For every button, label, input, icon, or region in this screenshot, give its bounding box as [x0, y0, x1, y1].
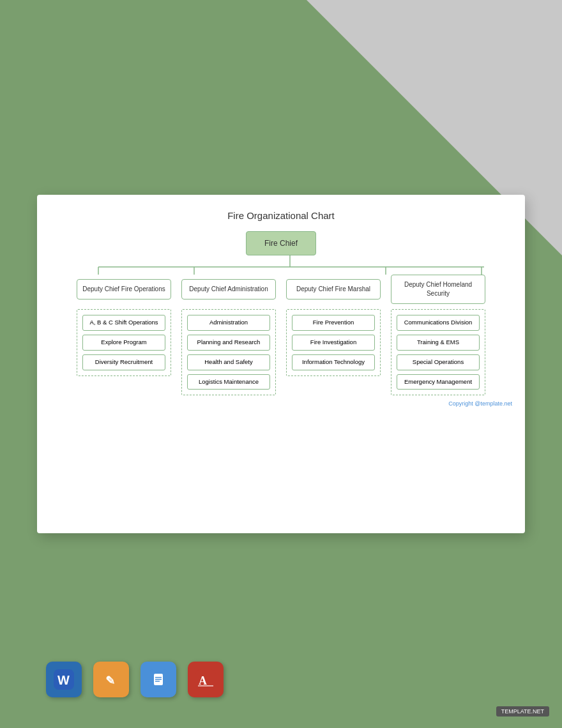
copyright-link[interactable]: @template.net — [475, 400, 512, 407]
item-explore-program: Explore Program — [82, 335, 165, 351]
svg-rect-13 — [155, 679, 162, 680]
pages-icon[interactable]: ✎ — [93, 662, 129, 697]
column-1: Deputy Chief Fire Operations A, B & C Sh… — [75, 275, 172, 395]
item-info-technology: Information Technology — [292, 354, 375, 370]
item-fire-investigation: Fire Investigation — [292, 335, 375, 351]
col2-items: Administration Planning and Research Hea… — [181, 309, 276, 395]
item-diversity-recruitment: Diversity Recruitment — [82, 354, 165, 370]
col1-header: Deputy Chief Fire Operations — [77, 275, 171, 304]
item-a-b-c-shift: A, B & C Shift Operations — [82, 315, 165, 331]
column-2: Deputy Chief Administration Administrati… — [180, 275, 277, 395]
chart-title: Fire Organizational Chart — [50, 210, 512, 221]
col4-header: Deputy Chief Homeland Security — [391, 275, 485, 304]
item-communications-division: Communications Division — [397, 315, 480, 331]
org-chart: Fire Chief Deputy Chief Fire Operations … — [50, 231, 512, 395]
top-level: Fire Chief — [50, 231, 512, 255]
svg-text:✎: ✎ — [105, 674, 115, 687]
top-connectors — [50, 255, 512, 275]
item-health-safety: Health and Safety — [187, 354, 270, 370]
col2-header: Deputy Chief Administration — [181, 275, 276, 304]
gdocs-icon[interactable] — [140, 662, 176, 697]
svg-rect-14 — [155, 681, 160, 682]
col3-items: Fire Prevention Fire Investigation Infor… — [286, 309, 381, 375]
pdf-icon[interactable]: A — [188, 662, 224, 697]
item-planning-research: Planning and Research — [187, 335, 270, 351]
svg-rect-12 — [155, 677, 162, 678]
col4-items: Communications Division Training & EMS S… — [391, 309, 485, 395]
item-logistics-maintenance: Logistics Maintenance — [187, 374, 270, 390]
item-special-operations: Special Operations — [397, 354, 480, 370]
deputy-box-4: Deputy Chief Homeland Security — [391, 275, 485, 304]
col3-header: Deputy Chief Fire Marshal — [286, 275, 381, 304]
column-3: Deputy Chief Fire Marshal Fire Preventio… — [285, 275, 382, 395]
word-icon[interactable]: W — [46, 662, 82, 697]
deputy-box-1: Deputy Chief Fire Operations — [77, 279, 171, 300]
item-administration: Administration — [187, 315, 270, 331]
item-emergency-management: Emergency Management — [397, 374, 480, 390]
copyright: Copyright @template.net — [50, 400, 512, 407]
svg-text:W: W — [57, 673, 70, 687]
watermark-badge: TEMPLATE.NET — [496, 706, 549, 717]
column-4: Deputy Chief Homeland Security Communica… — [390, 275, 487, 395]
svg-rect-17 — [198, 685, 213, 686]
fire-chief-box: Fire Chief — [246, 231, 316, 255]
col1-items: A, B & C Shift Operations Explore Progra… — [77, 309, 171, 375]
item-training-ems: Training & EMS — [397, 335, 480, 351]
deputy-box-3: Deputy Chief Fire Marshal — [286, 279, 381, 300]
bottom-icons: W ✎ A — [46, 662, 224, 697]
columns-area: Deputy Chief Fire Operations A, B & C Sh… — [50, 275, 512, 395]
item-fire-prevention: Fire Prevention — [292, 315, 375, 331]
deputy-box-2: Deputy Chief Administration — [181, 279, 276, 300]
main-card: Fire Organizational Chart Fire Chief Dep… — [37, 195, 525, 533]
